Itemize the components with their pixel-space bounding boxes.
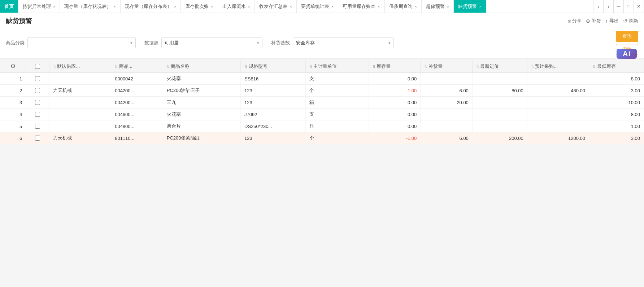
row-checkbox-4[interactable] [35,124,40,129]
ai-badge[interactable]: Ai [617,49,637,59]
row-latest-price [472,109,527,120]
row-checkbox-1[interactable] [35,88,40,93]
row-spec: 123 [241,132,305,144]
tab-nav-buttons: ‹ › ─ □ × [593,0,644,13]
tab-close-shortage[interactable]: × [479,4,481,9]
row-stock: -1.00 [369,85,421,97]
row-unit: 支 [305,109,369,120]
export-label: 导出 [609,18,619,24]
tab-close-available-ledger[interactable]: × [378,4,380,9]
th-latest-price[interactable]: ⇅ 最新进价 [472,60,527,73]
row-stock: -1.00 [369,132,421,144]
tab-close-io-flow[interactable]: × [248,4,250,9]
tab-inventory-status[interactable]: 现存量（库存状况表）× [60,0,120,13]
row-unit: 箱 [305,97,369,109]
th-goods-no[interactable]: ⇅ 商品... [111,60,163,73]
tab-close-recv-summary[interactable]: × [290,4,292,9]
sort-icon-supplier: ⇅ [53,65,56,69]
row-goods-name: PC200油缸庄子 [163,85,240,97]
tab-label-inventory-status: 现存量（库存状况表） [64,3,111,10]
row-latest-price [472,120,527,132]
sort-icon-unit: ⇅ [309,65,312,69]
share-label: 分享 [572,18,582,24]
tab-label-demand-stat: 要货单统计表 [301,3,329,10]
window-close[interactable]: × [634,0,644,13]
row-checkbox-3[interactable] [35,112,40,117]
row-no: 5 [0,120,26,132]
row-est-purchase: 1200.00 [527,132,589,144]
refresh-label: 刷新 [629,18,638,24]
th-spec[interactable]: ⇅ 规格型号 [241,60,305,73]
row-latest-price: 200.00 [472,132,527,144]
sort-icon-replenish: ⇅ [424,65,427,69]
export-button[interactable]: ↑ 导出 [605,18,619,24]
tab-close-batch-account[interactable]: × [211,4,213,9]
tab-close-expiry-query[interactable]: × [415,4,417,9]
replenish-icon: ⊕ [586,18,590,24]
filter-area: 商品分类 ▾ 数据源 可用量 ▾ 补货基数 安全库存 ▾ 查询 设置 [0,27,644,58]
page-title: 缺货预警 [6,17,32,25]
row-checkbox-2[interactable] [35,100,40,105]
gear-icon[interactable]: ⚙ [10,63,16,70]
category-select[interactable]: ▾ [27,37,136,48]
tab-close-demand-stat[interactable]: × [331,4,334,9]
tab-available-ledger[interactable]: 可用量库存账本× [338,0,384,13]
row-no: 6 [0,132,26,144]
tab-label-abnormal: 拣货异常处理 [23,3,51,10]
replenish-base-label: 补货基数 [271,40,290,46]
row-replenish-qty: 20.00 [421,97,473,109]
tab-io-flow[interactable]: 出入库流水× [218,0,255,13]
refresh-icon: ↺ [623,18,627,24]
tab-overstock[interactable]: 超储预警× [422,0,454,13]
row-goods-no: 004200... [111,97,163,109]
query-button[interactable]: 查询 [616,31,638,42]
row-replenish-qty [421,73,473,85]
replenish-base-select[interactable]: 安全库存 ▾ [293,37,394,48]
th-est-purchase[interactable]: ⇅ 预计采购... [527,60,589,73]
tab-inventory-dist[interactable]: 现存量（库存分布表）× [121,0,181,13]
row-checkbox-cell [26,132,49,144]
tab-abnormal[interactable]: 拣货异常处理× [18,0,60,13]
tab-home[interactable]: 首页 [0,0,18,13]
row-no: 1 [0,73,26,85]
tab-expiry-query[interactable]: 保质期查询× [385,0,422,13]
tab-close-inventory-status[interactable]: × [113,4,116,9]
th-supplier[interactable]: ⇅ 默认供应... [49,60,111,73]
tab-batch-account[interactable]: 库存批次账× [181,0,218,13]
tab-close-overstock[interactable]: × [447,4,449,9]
row-spec: SS816 [241,73,305,85]
th-unit[interactable]: ⇅ 主计量单位 [305,60,369,73]
row-checkbox-5[interactable] [35,136,40,141]
row-goods-name: 火花塞 [163,109,240,120]
th-goods-name[interactable]: ⇅ 商品名称 [163,60,240,73]
datasource-filter-label: 数据源 [144,40,158,46]
row-checkbox-0[interactable] [35,76,40,81]
th-stock[interactable]: ⇅ 库存量 [369,60,421,73]
select-all-checkbox[interactable] [35,64,40,69]
tab-shortage[interactable]: 缺货预警× [454,0,486,13]
row-est-purchase [527,73,589,85]
tab-label-inventory-dist: 现存量（库存分布表） [125,3,172,10]
tab-scroll-right[interactable]: › [604,0,614,13]
sort-icon-goods-name: ⇅ [167,65,170,69]
tab-close-abnormal[interactable]: × [53,4,55,9]
window-restore[interactable]: □ [624,0,634,13]
tab-label-overstock: 超储预警 [426,3,445,10]
row-min-stock: 10.00 [589,97,644,109]
sort-icon-stock: ⇅ [373,65,375,69]
table-body: 1 0000042 火花塞 SS816 支 0.00 8.00 2 力天机械 0… [0,73,644,144]
th-min-stock[interactable]: ⇅ 最低库存 [589,60,644,73]
datasource-filter-group: 数据源 可用量 ▾ [144,37,262,48]
tab-demand-stat[interactable]: 要货单统计表× [297,0,338,13]
replenish-button[interactable]: ⊕ 补货 [586,18,601,24]
tab-scroll-left[interactable]: ‹ [593,0,604,13]
refresh-button[interactable]: ↺ 刷新 [623,18,638,24]
row-latest-price [472,73,527,85]
replenish-label: 补货 [592,18,601,24]
datasource-select[interactable]: 可用量 ▾ [161,37,262,48]
tab-close-inventory-dist[interactable]: × [174,4,176,9]
window-minimize[interactable]: ─ [614,0,624,13]
share-button[interactable]: ⎋ 分享 [568,18,582,24]
tab-recv-summary[interactable]: 收发存汇总表× [255,0,296,13]
th-replenish-qty[interactable]: ⇅ 补货量 [421,60,473,73]
